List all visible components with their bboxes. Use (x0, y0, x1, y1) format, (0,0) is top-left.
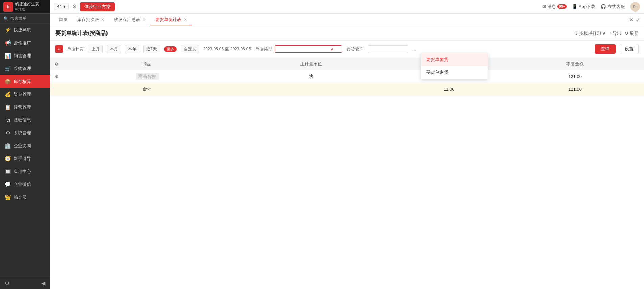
tabs-bar: 首页库存批次账✕收发存汇总表✕要货单统计表✕ ✕ ⤢ (50, 14, 644, 26)
sidebar-item-quick-nav[interactable]: ⚡快捷导航 (0, 24, 50, 37)
sidebar-item-guide[interactable]: 🧭新手引导 (0, 152, 50, 165)
refresh-button[interactable]: ↺ 刷新 (625, 30, 639, 37)
sidebar-item-purchase[interactable]: 🛒采购管理 (0, 62, 50, 75)
col-amount: 零售金额 (506, 58, 644, 70)
nav-icon-marketing: 📢 (5, 40, 11, 46)
sidebar-item-basic[interactable]: 🗂基础信息 (0, 114, 50, 127)
sidebar-item-sales[interactable]: 📊销售管理 (0, 49, 50, 62)
col-product: 商品 (64, 58, 231, 70)
sidebar-item-wechat[interactable]: 💬企业微信 (0, 178, 50, 191)
nav-label-basic: 基础信息 (14, 117, 31, 123)
warehouse-more-icon[interactable]: ... (412, 47, 416, 52)
print-icon: 🖨 (573, 31, 578, 36)
total-row: 合计 11.00 121.00 (50, 83, 644, 95)
date-label: 单据日期 (67, 46, 85, 52)
sidebar-item-finance[interactable]: 💰资金管理 (0, 88, 50, 101)
message-icon: ✉ (542, 4, 546, 9)
tab-close-batch-account[interactable]: ✕ (101, 17, 104, 22)
online-service-button[interactable]: 🎧 在线客服 (601, 4, 625, 10)
row-amount: 121.00 (506, 70, 644, 83)
nav-icon-quick-nav: ⚡ (5, 27, 11, 33)
sidebar: b 畅捷通好生意 标准版 🔍 搜索菜单 ⚡快捷导航📢营销推广📊销售管理🛒采购管理… (0, 0, 50, 289)
tab-close-receipt-summary[interactable]: ✕ (142, 17, 146, 22)
nav-icon-purchase: 🛒 (5, 66, 11, 72)
nav-label-operations: 经营管理 (14, 104, 31, 110)
nav-label-marketing: 营销推广 (14, 40, 31, 46)
tab-label-batch-account: 库存批次账 (77, 17, 99, 23)
nav-label-finance: 资金管理 (14, 91, 31, 97)
settings-button[interactable]: 设置 (620, 44, 639, 54)
topbar: 41 ▾ ⚙ 体验行业方案 ✉ 消息 99+ 📱 App下载 🎧 在线客服 Ri… (50, 0, 644, 14)
filter-toggle-button[interactable]: » (55, 45, 63, 53)
warehouse-label: 要货仓库 (346, 46, 364, 52)
nav-label-enterprise: 企业协同 (14, 143, 31, 149)
tab-order-stats[interactable]: 要货单统计表✕ (150, 15, 192, 25)
type-select[interactable]: ∧ (275, 45, 342, 53)
row-product: 商品名称 (64, 70, 231, 83)
export-button[interactable]: ↑ 导出 (609, 30, 622, 37)
sidebar-item-member[interactable]: 👑畅会员 (0, 191, 50, 204)
type-label: 单据类型 (255, 46, 272, 52)
avatar[interactable]: Rit (630, 2, 640, 12)
topbar-gear-icon[interactable]: ⚙ (72, 3, 77, 10)
trial-button[interactable]: 体验行业方案 (80, 2, 115, 11)
type-filter-group: 单据类型 ∧ 要货单要货要货单退货 (255, 45, 342, 53)
nav-label-appstore: 应用中心 (14, 169, 31, 175)
more-btn[interactable]: 更多 (164, 46, 177, 52)
sidebar-item-appstore[interactable]: 🔲应用中心 (0, 165, 50, 178)
nav-icon-finance: 💰 (5, 91, 11, 97)
warehouse-select[interactable] (368, 45, 408, 53)
last-month-btn[interactable]: 上月 (89, 45, 103, 53)
query-button[interactable]: 查询 (595, 44, 616, 54)
sidebar-brand: 畅捷通好生意 标准版 (15, 2, 39, 12)
sidebar-item-inventory[interactable]: 📦库存核算 (0, 75, 50, 88)
collapse-sidebar-icon[interactable]: ◀ (41, 280, 45, 286)
main-content: 41 ▾ ⚙ 体验行业方案 ✉ 消息 99+ 📱 App下载 🎧 在线客服 Ri… (50, 0, 644, 289)
nav-label-purchase: 采购管理 (14, 66, 31, 72)
sidebar-header: b 畅捷通好生意 标准版 (0, 0, 50, 14)
nav-icon-sales: 📊 (5, 53, 11, 59)
tab-close-order-stats[interactable]: ✕ (184, 17, 187, 22)
tab-label-home: 首页 (59, 17, 68, 23)
col-settings[interactable]: ⚙ (50, 58, 64, 70)
print-dropdown-icon: ∨ (602, 31, 606, 36)
nav-icon-inventory: 📦 (5, 79, 11, 85)
tab-home[interactable]: 首页 (54, 15, 72, 25)
total-quantity: 11.00 (392, 83, 506, 95)
data-table: ⚙ 商品 主计量单位 主数量 零售金额 ⚙ 商品名称 块 11.00 121.0… (50, 58, 644, 95)
last-7-days-btn[interactable]: 近7天 (143, 45, 160, 53)
sidebar-item-enterprise[interactable]: 🏢企业协同 (0, 139, 50, 152)
tab-receipt-summary[interactable]: 收发存汇总表✕ (109, 15, 150, 25)
sidebar-item-system[interactable]: ⚙系统管理 (0, 127, 50, 139)
this-month-btn[interactable]: 本月 (107, 45, 121, 53)
sidebar-search[interactable]: 🔍 搜索菜单 (0, 14, 50, 24)
dropdown-item-order-goods[interactable]: 要货单要货 (421, 53, 488, 66)
this-year-btn[interactable]: 本年 (125, 45, 139, 53)
custom-date-btn[interactable]: 自定义 (181, 45, 199, 53)
sidebar-item-marketing[interactable]: 📢营销推广 (0, 37, 50, 49)
page-header: 要货单统计表(按商品) 🖨 按模板打印 ∨ ↑ 导出 ↺ 刷新 (50, 26, 644, 41)
settings-icon[interactable]: ⚙ (5, 280, 9, 286)
type-dropdown-popup: 要货单要货要货单退货 (421, 53, 488, 79)
tab-batch-account[interactable]: 库存批次账✕ (72, 15, 109, 25)
table-header-row: ⚙ 商品 主计量单位 主数量 零售金额 (50, 58, 644, 70)
sidebar-logo: b (3, 2, 13, 12)
close-all-tabs-button[interactable]: ✕ (629, 17, 634, 23)
message-button[interactable]: ✉ 消息 99+ (542, 4, 567, 10)
dropdown-item-order-return[interactable]: 要货单退货 (421, 66, 488, 79)
table-container: ⚙ 商品 主计量单位 主数量 零售金额 ⚙ 商品名称 块 11.00 121.0… (50, 58, 644, 289)
nav-label-wechat: 企业微信 (14, 181, 31, 187)
page-header-actions: 🖨 按模板打印 ∨ ↑ 导出 ↺ 刷新 (573, 30, 639, 37)
sidebar-item-operations[interactable]: 📋经营管理 (0, 101, 50, 114)
topbar-right: ✉ 消息 99+ 📱 App下载 🎧 在线客服 Rit (542, 2, 640, 12)
row-settings[interactable]: ⚙ (50, 70, 64, 83)
expand-tabs-button[interactable]: ⤢ (636, 17, 640, 23)
nav-icon-member: 👑 (5, 194, 11, 200)
table-row: ⚙ 商品名称 块 11.00 121.00 (50, 70, 644, 83)
type-arrow-icon: ∧ (331, 47, 334, 51)
store-selector[interactable]: 41 ▾ (54, 3, 69, 10)
print-button[interactable]: 🖨 按模板打印 ∨ (573, 30, 606, 37)
headset-icon: 🎧 (601, 4, 606, 9)
app-download-button[interactable]: 📱 App下载 (572, 4, 595, 10)
nav-label-quick-nav: 快捷导航 (14, 27, 31, 33)
